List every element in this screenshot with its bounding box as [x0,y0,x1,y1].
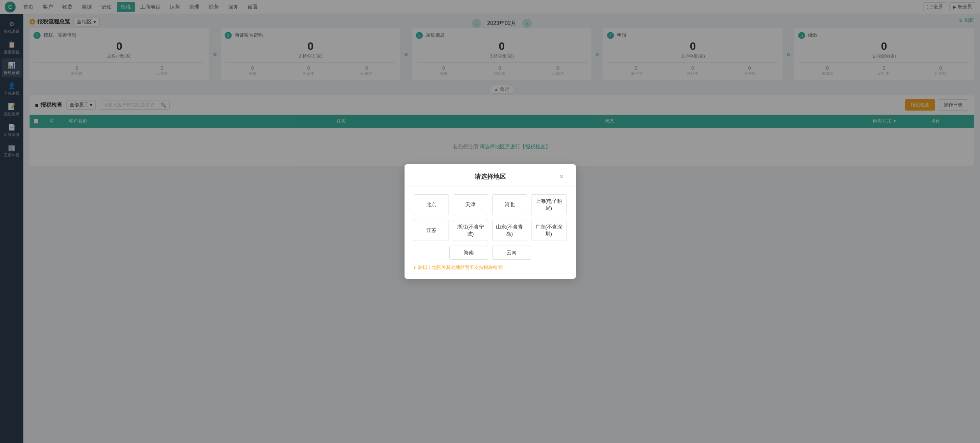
region-row-2: 江苏 浙江(不含宁波) 山东(不含青岛) 广东(不含深圳) [414,220,567,241]
modal-overlay[interactable]: 请选择地区 × 北京 天津 河北 上海(电子税局) 江苏 浙江(不含宁波) 山东… [0,0,980,443]
region-btn-yunnan[interactable]: 云南 [492,246,531,260]
region-btn-guangdong[interactable]: 广东(不含深圳) [531,220,567,241]
region-btn-hainan[interactable]: 海南 [449,246,488,260]
region-btn-tianjin[interactable]: 天津 [453,194,488,215]
region-select-modal: 请选择地区 × 北京 天津 河北 上海(电子税局) 江苏 浙江(不含宁波) 山东… [405,164,576,279]
region-row-1: 北京 天津 河北 上海(电子税局) [414,194,567,215]
region-btn-beijing[interactable]: 北京 [414,194,449,215]
warning-text: 除以上地区外其他地区暂不支持报税检查! [418,264,503,271]
modal-warning: ℹ 除以上地区外其他地区暂不支持报税检查! [414,264,567,271]
region-row-3: 海南 云南 [414,246,567,260]
region-btn-shandong[interactable]: 山东(不含青岛) [492,220,528,241]
modal-body: 北京 天津 河北 上海(电子税局) 江苏 浙江(不含宁波) 山东(不含青岛) 广… [405,186,576,279]
modal-title: 请选择地区 [423,173,557,181]
region-btn-shanghai[interactable]: 上海(电子税局) [531,194,567,215]
modal-close-button[interactable]: × [557,172,567,181]
modal-header: 请选择地区 × [405,164,576,186]
region-btn-hebei[interactable]: 河北 [492,194,528,215]
region-btn-zhejiang[interactable]: 浙江(不含宁波) [453,220,488,241]
region-btn-jiangsu[interactable]: 江苏 [414,220,449,241]
warning-icon: ℹ [414,265,416,271]
